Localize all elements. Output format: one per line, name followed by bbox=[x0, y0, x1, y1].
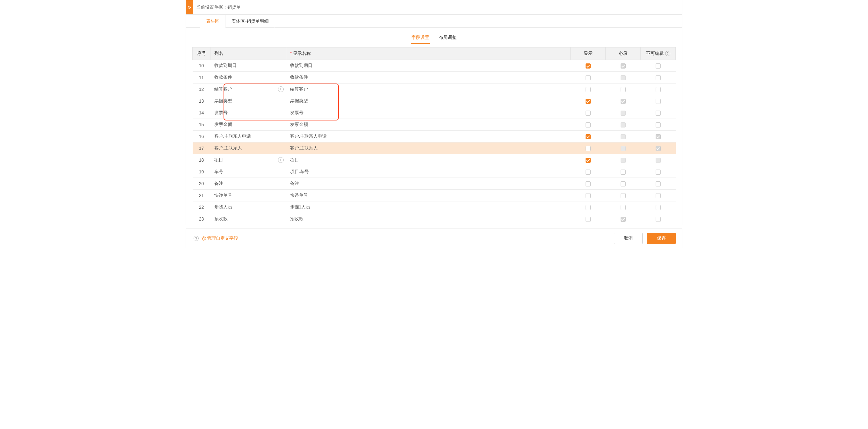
add-field-button[interactable]: + bbox=[278, 157, 284, 163]
required-checkbox[interactable] bbox=[621, 205, 626, 210]
cell-display-name[interactable]: 票据类型 bbox=[286, 95, 570, 107]
cell-display-name[interactable]: 发票金额 bbox=[286, 119, 570, 131]
show-checkbox[interactable] bbox=[586, 158, 591, 163]
cell-required bbox=[606, 201, 641, 213]
cell-name: 预收款 bbox=[211, 213, 286, 225]
col-header-name: 列名 bbox=[211, 48, 286, 60]
cell-required bbox=[606, 95, 641, 107]
required-checkbox[interactable] bbox=[621, 170, 626, 175]
current-doc-prefix: 当前设置单据： bbox=[196, 4, 227, 9]
cell-required bbox=[606, 131, 641, 142]
noedit-checkbox[interactable] bbox=[656, 111, 661, 116]
noedit-checkbox[interactable] bbox=[656, 63, 661, 68]
cell-display-name[interactable]: 发票号 bbox=[286, 107, 570, 119]
show-checkbox[interactable] bbox=[586, 75, 591, 80]
cell-noedit bbox=[641, 84, 676, 95]
table-row[interactable]: 19车号项目.车号 bbox=[193, 166, 676, 178]
cell-required bbox=[606, 84, 641, 95]
cell-display-name[interactable]: 客户.主联系人 bbox=[286, 142, 570, 154]
cell-name: 车号 bbox=[211, 166, 286, 178]
tab-0[interactable]: 表头区 bbox=[200, 15, 225, 28]
cell-name: 发票金额 bbox=[211, 119, 286, 131]
table-row[interactable]: 20备注备注 bbox=[193, 178, 676, 190]
cell-display-name[interactable]: 客户.主联系人电话 bbox=[286, 131, 570, 142]
show-checkbox[interactable] bbox=[586, 134, 591, 139]
table-row[interactable]: 18项目+项目 bbox=[193, 154, 676, 166]
manage-custom-fields-link[interactable]: 管理自定义字段 bbox=[201, 235, 238, 241]
add-field-button[interactable]: + bbox=[278, 86, 284, 92]
cell-display-name[interactable]: 项目.车号 bbox=[286, 166, 570, 178]
cell-show bbox=[570, 166, 606, 178]
help-icon[interactable]: ? bbox=[665, 51, 670, 56]
show-checkbox[interactable] bbox=[586, 170, 591, 175]
table-row[interactable]: 22步骤人员步骤1人员 bbox=[193, 201, 676, 213]
col-header-display: *显示名称 bbox=[286, 48, 570, 60]
cell-display-name[interactable]: 预收款 bbox=[286, 213, 570, 225]
show-checkbox[interactable] bbox=[586, 111, 591, 116]
table-row[interactable]: 14发票号发票号 bbox=[193, 107, 676, 119]
cell-display-name[interactable]: 收款到期日 bbox=[286, 60, 570, 72]
table-row[interactable]: 23预收款预收款 bbox=[193, 213, 676, 225]
cell-display-name[interactable]: 步骤1人员 bbox=[286, 201, 570, 213]
cell-name: 客户.主联系人 bbox=[211, 142, 286, 154]
noedit-checkbox[interactable] bbox=[656, 87, 661, 92]
cell-seq: 10 bbox=[193, 60, 211, 72]
required-checkbox bbox=[621, 217, 626, 222]
cell-display-name[interactable]: 收款条件 bbox=[286, 72, 570, 84]
required-checkbox[interactable] bbox=[621, 87, 626, 92]
noedit-checkbox[interactable] bbox=[656, 170, 661, 175]
cell-show bbox=[570, 213, 606, 225]
required-checkbox[interactable] bbox=[621, 193, 626, 198]
sub-tab-0[interactable]: 字段设置 bbox=[411, 33, 430, 44]
cell-display-name[interactable]: 项目 bbox=[286, 154, 570, 166]
cancel-button[interactable]: 取消 bbox=[614, 233, 643, 244]
table-row[interactable]: 15发票金额发票金额 bbox=[193, 119, 676, 131]
cell-noedit bbox=[641, 201, 676, 213]
required-checkbox[interactable] bbox=[621, 181, 626, 187]
noedit-checkbox[interactable] bbox=[656, 193, 661, 198]
show-checkbox[interactable] bbox=[586, 122, 591, 127]
show-checkbox[interactable] bbox=[586, 181, 591, 187]
show-checkbox[interactable] bbox=[586, 217, 591, 222]
cell-seq: 15 bbox=[193, 119, 211, 131]
show-checkbox[interactable] bbox=[586, 205, 591, 210]
table-row[interactable]: 10收款到期日收款到期日 bbox=[193, 60, 676, 72]
field-table: 序号 列名 *显示名称 显示 必录 不可编辑? 10收款到期日收款到期日11收款… bbox=[192, 47, 676, 225]
noedit-checkbox[interactable] bbox=[656, 75, 661, 80]
noedit-checkbox[interactable] bbox=[656, 217, 661, 222]
required-checkbox bbox=[621, 111, 626, 116]
footer-help-icon[interactable]: ? bbox=[194, 236, 199, 241]
noedit-checkbox[interactable] bbox=[656, 99, 661, 104]
table-row[interactable]: 21快递单号快递单号 bbox=[193, 190, 676, 201]
cell-display-name[interactable]: 备注 bbox=[286, 178, 570, 190]
show-checkbox[interactable] bbox=[586, 63, 591, 68]
expand-sidebar-button[interactable] bbox=[186, 0, 193, 15]
sub-tab-1[interactable]: 布局调整 bbox=[438, 33, 457, 44]
table-row[interactable]: 16客户.主联系人电话客户.主联系人电话 bbox=[193, 131, 676, 142]
show-checkbox[interactable] bbox=[586, 99, 591, 104]
noedit-checkbox[interactable] bbox=[656, 205, 661, 210]
show-checkbox[interactable] bbox=[586, 193, 591, 198]
cell-display-name[interactable]: 结算客户 bbox=[286, 84, 570, 95]
cell-name: 收款到期日 bbox=[211, 60, 286, 72]
tab-1[interactable]: 表体区-销货单明细 bbox=[225, 15, 275, 28]
noedit-checkbox[interactable] bbox=[656, 122, 661, 127]
table-row[interactable]: 17客户.主联系人客户.主联系人 bbox=[193, 142, 676, 154]
gear-icon bbox=[201, 236, 206, 240]
table-row[interactable]: 12结算客户+结算客户 bbox=[193, 84, 676, 95]
cell-name: 快递单号 bbox=[211, 190, 286, 201]
save-button[interactable]: 保存 bbox=[647, 233, 676, 244]
col-header-required: 必录 bbox=[606, 48, 641, 60]
cell-seq: 13 bbox=[193, 95, 211, 107]
noedit-checkbox[interactable] bbox=[656, 181, 661, 187]
required-checkbox bbox=[621, 134, 626, 139]
show-checkbox[interactable] bbox=[586, 146, 591, 151]
cell-required bbox=[606, 107, 641, 119]
cell-display-name[interactable]: 快递单号 bbox=[286, 190, 570, 201]
table-row[interactable]: 13票据类型票据类型 bbox=[193, 95, 676, 107]
cell-show bbox=[570, 72, 606, 84]
cell-name: 项目+ bbox=[211, 154, 286, 166]
noedit-checkbox bbox=[656, 134, 661, 139]
show-checkbox[interactable] bbox=[586, 87, 591, 92]
table-row[interactable]: 11收款条件收款条件 bbox=[193, 72, 676, 84]
